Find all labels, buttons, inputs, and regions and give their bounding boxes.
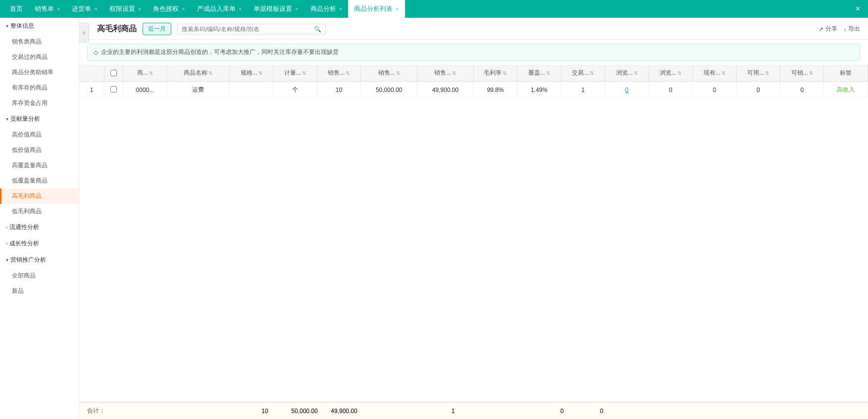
nav-item-sales[interactable]: 销售单 × xyxy=(29,0,66,18)
col-available[interactable]: 可用... ⇅ xyxy=(736,65,780,82)
col-saleable[interactable]: 可销... ⇅ xyxy=(780,65,823,82)
sidebar-group-contribution[interactable]: ▾ 贡献量分析 xyxy=(0,111,79,127)
sidebar-item-high-coverage[interactable]: 高覆盖量商品 xyxy=(0,158,79,173)
col-unit[interactable]: 计量... ⇅ xyxy=(273,65,317,82)
sort-icon-sale-count: ⇅ xyxy=(346,70,350,76)
nav-item-permissions[interactable]: 权限设置 × xyxy=(103,0,147,18)
col-gross-rate[interactable]: 毛利率 ⇅ xyxy=(473,65,517,82)
table-body: 1 0000... 运费 个 10 50,000.00 49,900.00 99… xyxy=(79,82,868,98)
cell-sale-count: 10 xyxy=(317,82,360,98)
cell-sale-amount: 50,000.00 xyxy=(361,82,417,98)
col-sale-count[interactable]: 销售... ⇅ xyxy=(317,65,360,82)
cell-transaction: 1 xyxy=(561,82,605,98)
page-title: 高毛利商品 xyxy=(97,24,137,34)
cell-checkbox[interactable] xyxy=(104,82,123,98)
search-input[interactable] xyxy=(182,26,314,33)
col-sale-profit[interactable]: 销售... ⇅ xyxy=(417,65,473,82)
search-box: 🔍 xyxy=(177,24,326,35)
sort-icon-browse2: ⇅ xyxy=(677,70,681,76)
cell-current: 0 xyxy=(693,82,736,98)
col-current[interactable]: 现有... ⇅ xyxy=(693,65,736,82)
data-table-wrapper[interactable]: 商... ⇅ 商品名称 ⇅ 规格... xyxy=(79,65,868,402)
sidebar-item-category-rate[interactable]: 商品分类助销率 xyxy=(0,65,79,80)
sidebar-item-new-goods[interactable]: 新品 xyxy=(0,283,79,299)
sidebar-item-traded-goods[interactable]: 交易过的商品 xyxy=(0,49,79,65)
sidebar-collapse-button[interactable]: « xyxy=(79,23,89,43)
nav-item-template[interactable]: 单据模板设置 × xyxy=(248,0,304,18)
close-permissions-tab[interactable]: × xyxy=(138,6,141,12)
share-icon: ↗ xyxy=(818,26,823,33)
sidebar-item-low-margin[interactable]: 低毛利商品 xyxy=(0,204,79,219)
sidebar-group-liquidity[interactable]: › 流通性分析 xyxy=(0,219,79,235)
share-button[interactable]: ↗ 分享 xyxy=(818,25,837,33)
content-area: « 高毛利商品 近一月 🔍 ↗ 分享 ↓ 导出 ◇ xyxy=(79,18,868,419)
nav-item-home[interactable]: 首页 xyxy=(4,0,29,18)
col-code[interactable]: 商... ⇅ xyxy=(123,65,166,82)
col-name[interactable]: 商品名称 ⇅ xyxy=(167,65,229,82)
cell-browse1[interactable]: 0 xyxy=(605,82,649,98)
nav-item-purchase[interactable]: 进货单 × xyxy=(66,0,103,18)
col-browse1[interactable]: 浏览... ⇅ xyxy=(605,65,649,82)
footer-sale-profit: 49,900.00 xyxy=(324,408,364,415)
footer-current: 0 xyxy=(542,408,582,415)
hint-icon: ◇ xyxy=(94,49,98,56)
close-product-stock-tab[interactable]: × xyxy=(239,6,242,12)
col-spec[interactable]: 规格... ⇅ xyxy=(229,65,273,82)
window-close-button[interactable]: × xyxy=(852,4,864,13)
nav-item-product-stock[interactable]: 产成品入库单 × xyxy=(191,0,248,18)
sort-icon-sale-profit: ⇅ xyxy=(452,70,456,76)
chevron-down-icon: ▾ xyxy=(6,23,8,29)
sort-icon-current: ⇅ xyxy=(721,70,725,76)
col-sale-amount[interactable]: 销售... ⇅ xyxy=(361,65,417,82)
sidebar-item-high-value[interactable]: 高价值商品 xyxy=(0,127,79,142)
sidebar-item-stock-goods[interactable]: 有库存的商品 xyxy=(0,80,79,95)
col-coverage[interactable]: 覆盖... ⇅ xyxy=(517,65,561,82)
col-browse2[interactable]: 浏览... ⇅ xyxy=(649,65,692,82)
cell-name: 运费 xyxy=(167,82,229,98)
sidebar-item-stock-capital[interactable]: 库存资金占用 xyxy=(0,95,79,111)
sort-icon-saleable: ⇅ xyxy=(809,70,813,76)
close-analysis-tab[interactable]: × xyxy=(339,6,342,12)
footer-transaction: 1 xyxy=(433,408,473,415)
nav-item-analysis[interactable]: 商品分析 × xyxy=(305,0,348,18)
export-button[interactable]: ↓ 导出 xyxy=(843,25,860,33)
col-index xyxy=(79,65,104,82)
sidebar-item-all-goods[interactable]: 全部商品 xyxy=(0,268,79,283)
close-analysis-list-tab[interactable]: × xyxy=(396,6,399,12)
sort-icon-gross-rate: ⇅ xyxy=(503,70,507,76)
nav-item-role[interactable]: 角色授权 × xyxy=(147,0,191,18)
data-table: 商... ⇅ 商品名称 ⇅ 规格... xyxy=(79,65,868,98)
sidebar-group-overview-items: 销售类商品 交易过的商品 商品分类助销率 有库存的商品 库存资金占用 xyxy=(0,34,79,111)
footer-sale-amount: 50,000.00 xyxy=(285,408,324,415)
cell-code: 0000... xyxy=(123,82,166,98)
close-purchase-tab[interactable]: × xyxy=(94,6,97,12)
select-all-checkbox[interactable] xyxy=(110,70,117,76)
footer-totals: 合计： 10 50,000.00 49,900.00 1 0 0 xyxy=(79,402,868,419)
col-transaction[interactable]: 交易... ⇅ xyxy=(561,65,605,82)
close-template-tab[interactable]: × xyxy=(295,6,298,12)
sidebar-item-low-coverage[interactable]: 低覆盖量商品 xyxy=(0,173,79,188)
close-sales-tab[interactable]: × xyxy=(57,6,60,12)
close-role-tab[interactable]: × xyxy=(182,6,185,12)
main-layout: ▾ 整体信息 销售类商品 交易过的商品 商品分类助销率 有库存的商品 库存资金占… xyxy=(0,18,868,419)
time-filter-recent-month[interactable]: 近一月 xyxy=(143,23,171,35)
footer-sale-count: 10 xyxy=(245,408,285,415)
sort-icon-name: ⇅ xyxy=(208,70,212,76)
sort-icon-sale-amount: ⇅ xyxy=(396,70,400,76)
sidebar-group-overview[interactable]: ▾ 整体信息 xyxy=(0,18,79,34)
sidebar-item-sales-goods[interactable]: 销售类商品 xyxy=(0,34,79,49)
search-icon: 🔍 xyxy=(314,26,321,33)
cell-gross-rate: 99.8% xyxy=(473,82,517,98)
cell-sale-profit: 49,900.00 xyxy=(417,82,473,98)
sort-icon-available: ⇅ xyxy=(765,70,769,76)
sidebar-group-contribution-items: 高价值商品 低价值商品 高覆盖量商品 低覆盖量商品 高毛利商品 低毛利商品 xyxy=(0,127,79,219)
sidebar-group-marketing[interactable]: ▾ 营销推广分析 xyxy=(0,252,79,268)
content-header: 高毛利商品 近一月 🔍 ↗ 分享 ↓ 导出 xyxy=(79,18,868,40)
sidebar-item-high-margin[interactable]: 高毛利商品 xyxy=(0,188,79,204)
nav-item-analysis-list[interactable]: 商品分析列表 × xyxy=(348,0,405,18)
cell-spec xyxy=(229,82,273,98)
col-tag: 标签 xyxy=(824,65,868,82)
sidebar-group-growth[interactable]: › 成长性分析 xyxy=(0,235,79,252)
sidebar-item-low-value[interactable]: 低价值商品 xyxy=(0,142,79,158)
cell-browse2: 0 xyxy=(649,82,692,98)
